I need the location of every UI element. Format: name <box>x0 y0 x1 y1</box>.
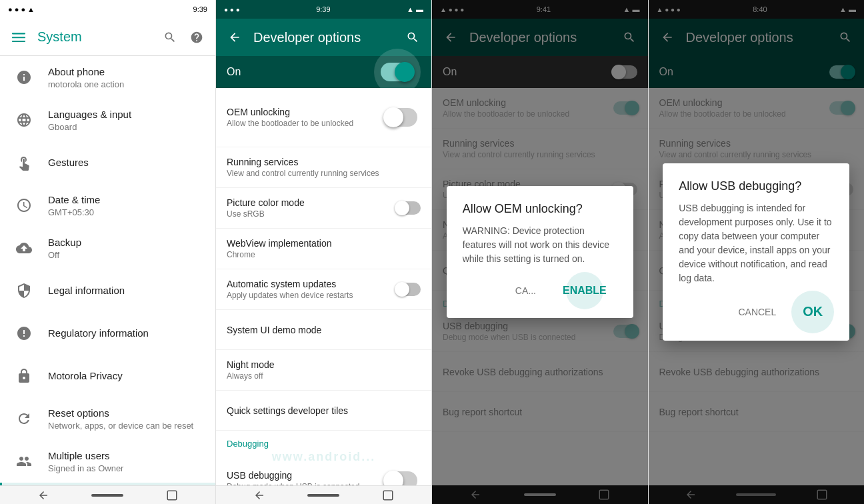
dev-item-autoupdate[interactable]: Automatic system updates Apply updates w… <box>216 269 431 310</box>
dev-item-color[interactable]: Picture color mode Use sRGB <box>216 188 431 229</box>
svg-rect-0 <box>12 33 25 34</box>
bottom-nav-mid <box>216 485 431 504</box>
dev-item-color-title: Picture color mode <box>227 197 391 208</box>
motorola-text: Motorola Privacy <box>48 369 205 383</box>
oem-confirm-btn[interactable]: Enable <box>552 279 617 302</box>
back-nav-mid[interactable] <box>253 489 266 502</box>
usb-dialog: Allow USB debugging? USB debugging is in… <box>663 163 849 341</box>
usb-cancel-btn[interactable]: Cancel <box>727 299 787 325</box>
dev-item-uidemo-title: System UI demo mode <box>227 325 421 335</box>
legal-title: Legal information <box>48 284 205 297</box>
autoupdate-toggle-thumb <box>395 282 409 297</box>
right1-panel: ▲ ● ● ● 9:41 ▲ ▬ Developer options On OE… <box>432 0 649 504</box>
usb-dialog-title: Allow USB debugging? <box>679 179 833 193</box>
dev-item-running-subtitle: View and control currently running servi… <box>227 169 421 178</box>
sidebar-item-reset[interactable]: Reset options Network, apps, or device c… <box>0 397 215 440</box>
reset-title: Reset options <box>48 407 205 420</box>
dev-item-night-text: Night mode Always off <box>227 359 421 381</box>
home-indicator-mid <box>307 494 339 497</box>
sidebar-item-users[interactable]: Multiple users Signed in as Owner <box>0 440 215 483</box>
app-bar-left: System <box>0 19 215 56</box>
oem-toggle[interactable] <box>384 108 417 127</box>
on-toggle-mid[interactable] <box>381 63 414 81</box>
time-left: 9:39 <box>193 5 207 13</box>
status-icons-mid: ● ● ● <box>224 6 240 13</box>
dev-item-usb-text: USB debugging Debug mode when USB is con… <box>227 470 381 485</box>
backup-icon <box>11 235 37 261</box>
dev-item-quicktiles-text: Quick settings developer tiles <box>227 405 421 416</box>
mid-search-icon[interactable] <box>405 29 421 45</box>
mid-app-bar-title: Developer options <box>253 30 394 45</box>
sidebar-item-regulatory[interactable]: Regulatory information <box>0 312 215 355</box>
oem-toggle-circle[interactable] <box>381 97 421 137</box>
oem-dialog-actions: Ca... Enable <box>463 279 617 302</box>
dev-item-color-text: Picture color mode Use sRGB <box>227 197 391 219</box>
sidebar-item-motorola[interactable]: Motorola Privacy <box>0 355 215 397</box>
dev-item-night[interactable]: Night mode Always off <box>216 350 431 391</box>
oem-dialog-title: Allow OEM unlocking? <box>463 202 617 216</box>
languages-text: Languages & input Gboard <box>48 108 205 133</box>
backup-text: Backup Off <box>48 236 205 261</box>
languages-icon <box>11 107 37 133</box>
dev-item-webview[interactable]: WebView implementation Chrome <box>216 229 431 269</box>
dev-item-oem-subtitle: Allow the bootloader to be unlocked <box>227 119 381 128</box>
on-bar-mid[interactable]: On <box>216 56 431 88</box>
dev-item-running[interactable]: Running services View and control curren… <box>216 147 431 188</box>
sidebar-item-datetime[interactable]: Date & time GMT+05:30 <box>0 184 215 227</box>
left-help-icon[interactable] <box>189 29 205 45</box>
dev-item-night-title: Night mode <box>227 359 421 370</box>
dev-item-oem[interactable]: OEM unlocking Allow the bootloader to be… <box>216 88 431 147</box>
sidebar-item-legal[interactable]: Legal information <box>0 269 215 312</box>
sidebar-item-backup[interactable]: Backup Off <box>0 227 215 269</box>
left-search-icon[interactable] <box>162 29 178 45</box>
time-mid: 9:39 <box>316 5 330 13</box>
recents-nav-left[interactable] <box>165 489 179 502</box>
usb-confirm-btn[interactable]: OK <box>792 299 833 325</box>
dev-item-usb[interactable]: USB debugging Debug mode when USB is con… <box>216 451 431 485</box>
backup-title: Backup <box>48 236 205 249</box>
usb-dialog-body: USB debugging is intended for developmen… <box>679 201 833 285</box>
dev-item-oem-text: OEM unlocking Allow the bootloader to be… <box>227 107 381 128</box>
oem-dialog-body: WARNING: Device protection features will… <box>463 224 617 266</box>
oem-toggle-thumb <box>383 107 403 127</box>
oem-dialog-overlay: Allow OEM unlocking? WARNING: Device pro… <box>432 0 648 504</box>
usb-toggle-circle[interactable] <box>381 461 421 485</box>
back-icon-mid[interactable] <box>227 29 243 45</box>
back-nav-left[interactable] <box>37 489 50 502</box>
dev-item-night-subtitle: Always off <box>227 371 421 381</box>
dev-item-autoupdate-subtitle: Apply updates when device restarts <box>227 291 391 300</box>
legal-icon <box>11 277 37 304</box>
gestures-title: Gestures <box>48 156 205 169</box>
usb-toggle[interactable] <box>384 471 417 485</box>
usb-toggle-thumb <box>383 471 403 485</box>
sidebar-item-about[interactable]: About phone motorola one action <box>0 56 215 99</box>
about-icon <box>11 64 37 91</box>
reset-icon <box>11 405 37 432</box>
status-bar-mid: ● ● ● 9:39 ▲ ▬ <box>216 0 431 19</box>
status-bar-left: ● ● ● ▲ 9:39 <box>0 0 215 19</box>
datetime-title: Date & time <box>48 193 205 207</box>
reset-text: Reset options Network, apps, or device c… <box>48 407 205 431</box>
backup-subtitle: Off <box>48 250 205 260</box>
svg-rect-2 <box>12 41 25 42</box>
dev-item-running-text: Running services View and control curren… <box>227 157 421 178</box>
gestures-icon <box>11 149 37 176</box>
languages-subtitle: Gboard <box>48 122 205 132</box>
right2-panel: ▲ ● ● ● 8:40 ▲ ▬ Developer options On OE… <box>649 0 865 504</box>
hamburger-icon[interactable] <box>11 29 27 45</box>
usb-dialog-overlay: Allow USB debugging? USB debugging is in… <box>649 0 865 504</box>
recents-nav-mid[interactable] <box>381 489 395 502</box>
sidebar-item-languages[interactable]: Languages & input Gboard <box>0 99 215 141</box>
autoupdate-toggle[interactable] <box>397 283 421 296</box>
oem-cancel-btn[interactable]: Ca... <box>505 279 547 302</box>
color-toggle[interactable] <box>397 201 421 215</box>
dev-item-uidemo[interactable]: System UI demo mode <box>216 310 431 350</box>
oem-dialog: Allow OEM unlocking? WARNING: Device pro… <box>447 186 633 318</box>
users-title: Multiple users <box>48 449 205 463</box>
mid-panel: ● ● ● 9:39 ▲ ▬ Developer options On OEM … <box>216 0 432 504</box>
sidebar-item-gestures[interactable]: Gestures <box>0 141 215 184</box>
dev-item-quicktiles[interactable]: Quick settings developer tiles <box>216 391 431 431</box>
left-panel: ● ● ● ▲ 9:39 System About phone motorola… <box>0 0 216 504</box>
datetime-text: Date & time GMT+05:30 <box>48 193 205 218</box>
bottom-nav-left <box>0 485 215 504</box>
